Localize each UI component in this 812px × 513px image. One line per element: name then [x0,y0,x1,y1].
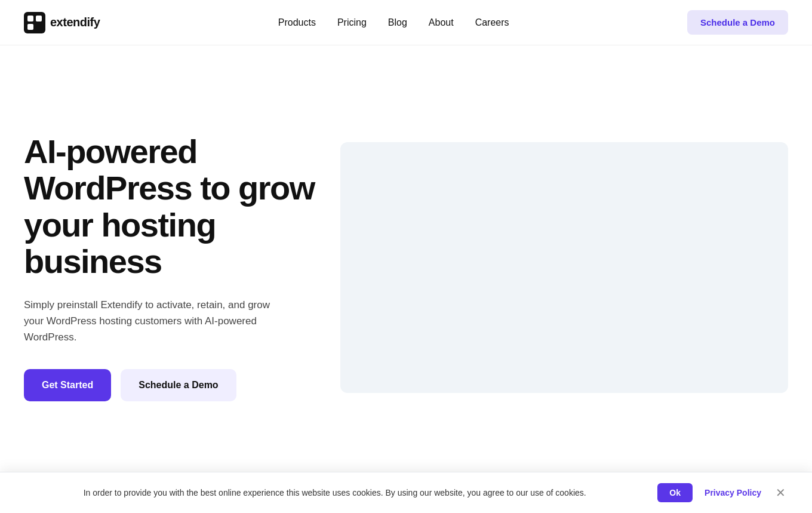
hero-section: AI-powered WordPress to grow your hostin… [0,45,812,477]
nav-item-blog[interactable]: Blog [388,17,407,27]
nav-schedule-demo-button[interactable]: Schedule a Demo [687,10,788,35]
schedule-demo-button[interactable]: Schedule a Demo [121,369,236,401]
hero-title: AI-powered WordPress to grow your hostin… [24,133,316,280]
extendify-logo-icon [24,12,45,33]
cookie-close-button[interactable]: ✕ [773,483,788,502]
nav-item-pricing[interactable]: Pricing [337,17,367,27]
logo-text: extendify [50,16,100,29]
svg-rect-3 [27,24,33,30]
svg-rect-1 [27,16,33,21]
nav-item-products[interactable]: Products [278,17,316,27]
navbar: extendify Products Pricing Blog About Ca… [0,0,812,45]
get-started-button[interactable]: Get Started [24,369,111,401]
nav-item-careers[interactable]: Careers [475,17,509,27]
cookie-message: In order to provide you with the best on… [24,488,645,497]
cookie-banner: In order to provide you with the best on… [0,472,812,513]
nav-links: Products Pricing Blog About Careers [278,17,509,28]
svg-rect-2 [36,16,42,21]
cookie-ok-button[interactable]: Ok [657,483,693,502]
hero-visual: Hostlogo What are your goals? We'll make… [340,142,788,393]
hero-content: AI-powered WordPress to grow your hostin… [24,133,316,402]
svg-rect-0 [24,12,45,33]
nav-item-about[interactable]: About [429,17,454,27]
hero-buttons: Get Started Schedule a Demo [24,369,316,401]
cookie-privacy-button[interactable]: Privacy Policy [705,488,761,497]
logo-link[interactable]: extendify [24,12,100,33]
hero-subtitle: Simply preinstall Extendify to activate,… [24,297,275,346]
